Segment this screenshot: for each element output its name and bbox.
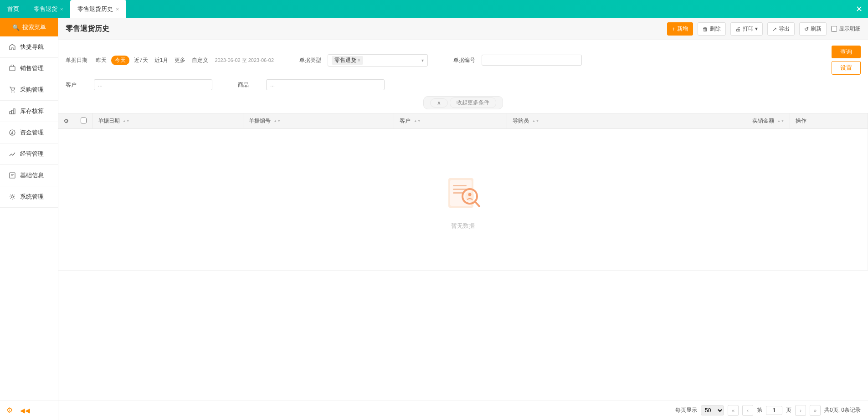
finance-icon xyxy=(8,128,16,137)
number-filter-input[interactable] xyxy=(482,55,582,66)
col-date-label: 单据日期 xyxy=(98,118,120,124)
col-number[interactable]: 单据编号 ▲▼ xyxy=(243,113,394,129)
export-button[interactable]: ↗ 导出 xyxy=(767,22,795,36)
col-amount[interactable]: 实销金额 ▲▼ xyxy=(639,113,790,129)
col-checkbox[interactable] xyxy=(75,113,92,129)
sidebar-item-system[interactable]: 系统管理 xyxy=(0,186,58,208)
date-shortcut-more[interactable]: 更多 xyxy=(173,56,187,65)
sidebar-item-quicknav[interactable]: 快捷导航 xyxy=(0,36,58,58)
delete-button[interactable]: 🗑 删除 xyxy=(698,22,726,36)
svg-point-8 xyxy=(11,196,14,198)
type-tag-remove[interactable]: × xyxy=(358,58,360,63)
customer-filter-input[interactable]: ... xyxy=(94,79,212,90)
table-settings-icon[interactable]: ⚙ xyxy=(64,118,69,124)
query-search-button[interactable]: 查询 xyxy=(832,46,861,58)
col-customer-label: 客户 xyxy=(400,118,411,124)
sidebar-item-business-label: 经营管理 xyxy=(20,150,44,158)
date-shortcut-yesterday[interactable]: 昨天 xyxy=(94,56,108,65)
show-detail-checkbox[interactable] xyxy=(831,26,837,32)
col-guide-label: 导购员 xyxy=(513,118,529,124)
sidebar-item-business[interactable]: 经营管理 xyxy=(0,143,58,165)
select-all-checkbox[interactable] xyxy=(81,118,87,123)
collapse-bar[interactable]: ∧ 收起更多条件 xyxy=(66,94,861,113)
sidebar-item-baseinfo[interactable]: 基础信息 xyxy=(0,165,58,186)
date-filter-label: 单据日期 xyxy=(66,56,91,64)
tab-retail-return-history-close[interactable]: × xyxy=(116,6,118,12)
purchase-icon xyxy=(8,86,16,94)
date-shortcut-today[interactable]: 今天 xyxy=(111,56,129,65)
page-first-button[interactable]: « xyxy=(728,405,739,416)
filter-area: 单据日期 昨天 今天 近7天 近1月 更多 自定义 2023-06-02 至 2… xyxy=(58,40,868,113)
add-label: 新增 xyxy=(677,25,688,33)
sidebar-sound-icon[interactable]: ◀◀ xyxy=(20,407,30,414)
sidebar-settings-icon[interactable]: ⚙ xyxy=(6,406,13,415)
page-title: 零售退货历史 xyxy=(66,24,109,34)
date-shortcut-1month[interactable]: 近1月 xyxy=(153,56,170,65)
customer-filter-label: 客户 xyxy=(66,81,91,89)
sidebar-item-system-label: 系统管理 xyxy=(20,193,44,201)
tab-retail-return-history[interactable]: 零售退货历史 × xyxy=(70,0,126,18)
svg-point-1 xyxy=(11,92,12,92)
col-customer[interactable]: 客户 ▲▼ xyxy=(394,113,507,129)
data-table: ⚙ 单据日期 ▲▼ 单据编号 ▲▼ xyxy=(58,113,868,271)
sidebar-item-inventory[interactable]: 库存核算 xyxy=(0,101,58,122)
svg-rect-4 xyxy=(11,110,13,114)
empty-state-icon xyxy=(440,169,486,215)
delete-icon: 🗑 xyxy=(703,26,708,32)
collapse-label: ∧ 收起更多条件 xyxy=(423,96,503,109)
show-detail-text: 显示明细 xyxy=(839,25,861,33)
page-label-suffix: 页 xyxy=(786,406,791,414)
pagination-bar: 每页显示 50 100 200 « ‹ 第 页 › » 共0页, 0条记录 xyxy=(58,400,868,420)
query-settings-button[interactable]: 设置 xyxy=(832,61,861,75)
page-header: 零售退货历史 + 新增 🗑 删除 🖨 打印 ▾ ↗ 导出 xyxy=(58,18,868,40)
tab-home-label: 首页 xyxy=(7,5,19,13)
type-filter-select[interactable]: 零售退货 × ▾ xyxy=(328,54,428,67)
table-container: ⚙ 单据日期 ▲▼ 单据编号 ▲▼ xyxy=(58,113,868,400)
business-icon xyxy=(8,150,16,158)
svg-rect-7 xyxy=(10,173,15,178)
tab-retail-return[interactable]: 零售退货 × xyxy=(26,0,70,18)
page-label-prefix: 第 xyxy=(757,406,762,414)
system-icon xyxy=(8,193,16,201)
col-date[interactable]: 单据日期 ▲▼ xyxy=(92,113,243,129)
refresh-button[interactable]: ↺ 刷新 xyxy=(799,22,827,36)
page-prev-button[interactable]: ‹ xyxy=(742,405,753,416)
sidebar: 🔍 搜索菜单 快捷导航 销售管理 采购管理 xyxy=(0,18,58,420)
sidebar-item-finance[interactable]: 资金管理 xyxy=(0,122,58,143)
col-settings[interactable]: ⚙ xyxy=(58,113,75,129)
goods-filter-input[interactable]: ... xyxy=(266,79,385,90)
collapse-text: 收起更多条件 xyxy=(450,97,496,108)
page-next-button[interactable]: › xyxy=(795,405,806,416)
sidebar-search-button[interactable]: 🔍 搜索菜单 xyxy=(0,18,58,36)
sidebar-item-purchase[interactable]: 采购管理 xyxy=(0,79,58,101)
tab-retail-return-close[interactable]: × xyxy=(60,6,63,12)
add-icon: + xyxy=(672,26,675,32)
show-detail-label[interactable]: 显示明细 xyxy=(831,25,861,33)
sidebar-item-sales[interactable]: 销售管理 xyxy=(0,58,58,79)
sidebar-item-finance-label: 资金管理 xyxy=(20,128,44,137)
page-last-button[interactable]: » xyxy=(810,405,821,416)
sidebar-item-quicknav-label: 快捷导航 xyxy=(20,43,44,51)
refresh-label: 刷新 xyxy=(811,25,822,33)
tab-retail-return-history-label: 零售退货历史 xyxy=(77,5,113,13)
col-guide-sort: ▲▼ xyxy=(532,119,539,123)
per-page-label: 每页显示 xyxy=(675,406,697,414)
svg-rect-5 xyxy=(13,109,15,114)
date-shortcut-7days[interactable]: 近7天 xyxy=(132,56,150,65)
window-close-button[interactable]: ✕ xyxy=(850,0,868,18)
print-button[interactable]: 🖨 打印 ▾ xyxy=(730,22,763,36)
col-guide[interactable]: 导购员 ▲▼ xyxy=(507,113,639,129)
empty-state-cell: 暂无数据 xyxy=(58,129,868,271)
col-action-label: 操作 xyxy=(796,118,806,124)
search-icon: 🔍 xyxy=(12,24,20,31)
svg-point-2 xyxy=(14,92,15,92)
svg-rect-11 xyxy=(453,185,467,186)
print-icon: 🖨 xyxy=(735,26,741,32)
tab-home[interactable]: 首页 xyxy=(0,0,26,18)
add-button[interactable]: + 新增 xyxy=(667,22,693,36)
col-customer-sort: ▲▼ xyxy=(414,119,421,123)
date-shortcut-custom[interactable]: 自定义 xyxy=(190,56,210,65)
per-page-select[interactable]: 50 100 200 xyxy=(701,405,724,415)
page-number-input[interactable] xyxy=(766,406,782,415)
inventory-icon xyxy=(8,107,16,115)
